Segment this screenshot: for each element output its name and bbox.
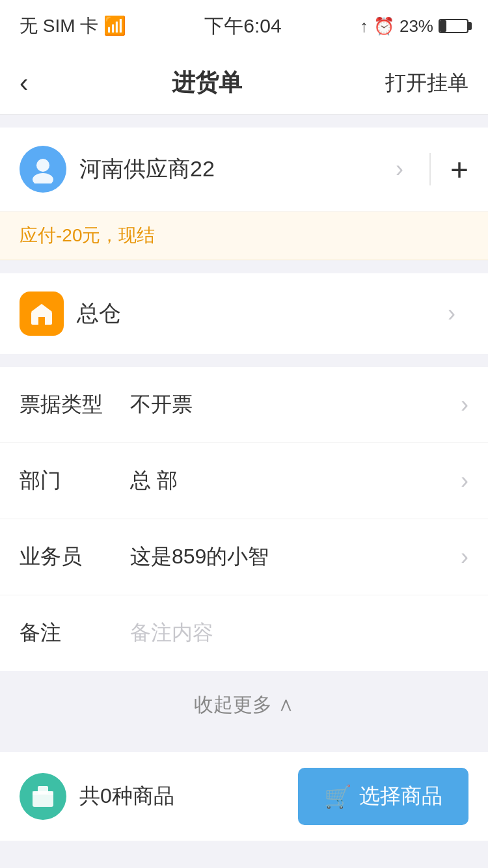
svg-rect-7 (33, 791, 53, 795)
dept-chevron-icon: › (461, 467, 468, 495)
form-section: 票据类型 不开票 › 部门 总 部 › 业务员 这是859的小智 › 备注 备注… (0, 367, 488, 671)
avatar (20, 146, 66, 193)
product-icon (20, 773, 66, 820)
salesperson-row[interactable]: 业务员 这是859的小智 › (0, 519, 488, 595)
warehouse-name: 总仓 (77, 299, 448, 329)
remark-label: 备注 (20, 619, 111, 647)
nav-bar: ‹ 进货单 打开挂单 (0, 52, 488, 115)
status-time: 下午6:04 (204, 13, 281, 40)
chevron-right-icon: › (396, 156, 403, 183)
collapse-toggle-text: 收起更多 ∧ (194, 694, 293, 715)
svg-point-1 (33, 173, 53, 183)
dept-label: 部门 (20, 467, 111, 495)
svg-point-0 (36, 159, 49, 172)
add-supplier-button[interactable]: + (444, 152, 468, 187)
collapse-toggle[interactable]: 收起更多 ∧ (0, 671, 488, 739)
department-row[interactable]: 部门 总 部 › (0, 443, 488, 519)
warehouse-section: 总仓 › (0, 273, 488, 354)
bottom-bar: 共0种商品 🛒 选择商品 (0, 752, 488, 841)
sales-chevron-icon: › (461, 543, 468, 571)
status-bar: 无 SIM 卡 📶 下午6:04 ↑ ⏰ 23% (0, 0, 488, 52)
sales-label: 业务员 (20, 543, 111, 571)
remark-row[interactable]: 备注 备注内容 (0, 595, 488, 671)
svg-rect-4 (38, 317, 45, 325)
supplier-row[interactable]: 河南供应商22 › + (0, 128, 488, 211)
battery-percent: 23% (400, 16, 433, 36)
notice-bar: 应付-20元，现结 (0, 211, 488, 260)
back-button[interactable]: ‹ (20, 68, 28, 98)
supplier-section: 河南供应商22 › + 应付-20元，现结 (0, 128, 488, 260)
dept-value: 总 部 (111, 467, 461, 495)
section-gap-1 (0, 115, 488, 128)
invoice-type-row[interactable]: 票据类型 不开票 › (0, 367, 488, 443)
status-right: ↑ ⏰ 23% (360, 16, 468, 36)
invoice-chevron-icon: › (461, 391, 468, 418)
sales-value: 这是859的小智 (111, 543, 461, 571)
product-count: 共0种商品 (79, 782, 298, 811)
remark-input[interactable]: 备注内容 (111, 619, 468, 647)
invoice-label: 票据类型 (20, 390, 111, 419)
svg-marker-3 (31, 304, 52, 312)
select-product-label: 选择商品 (359, 782, 442, 811)
separator (429, 153, 431, 185)
select-product-button[interactable]: 🛒 选择商品 (298, 768, 468, 825)
warehouse-chevron-icon: › (448, 300, 455, 327)
warehouse-icon (20, 292, 64, 336)
warehouse-row[interactable]: 总仓 › (0, 273, 488, 354)
select-product-icon: 🛒 (324, 783, 351, 809)
location-icon: ↑ (360, 16, 368, 36)
status-left: 无 SIM 卡 📶 (20, 14, 126, 38)
page-title: 进货单 (172, 67, 242, 99)
section-gap-2 (0, 260, 488, 273)
invoice-value: 不开票 (111, 390, 461, 419)
alarm-icon: ⏰ (373, 16, 394, 36)
notice-text: 应付-20元，现结 (20, 225, 155, 245)
battery-icon (439, 19, 468, 33)
open-pending-button[interactable]: 打开挂单 (385, 69, 468, 98)
supplier-name: 河南供应商22 (79, 154, 396, 184)
